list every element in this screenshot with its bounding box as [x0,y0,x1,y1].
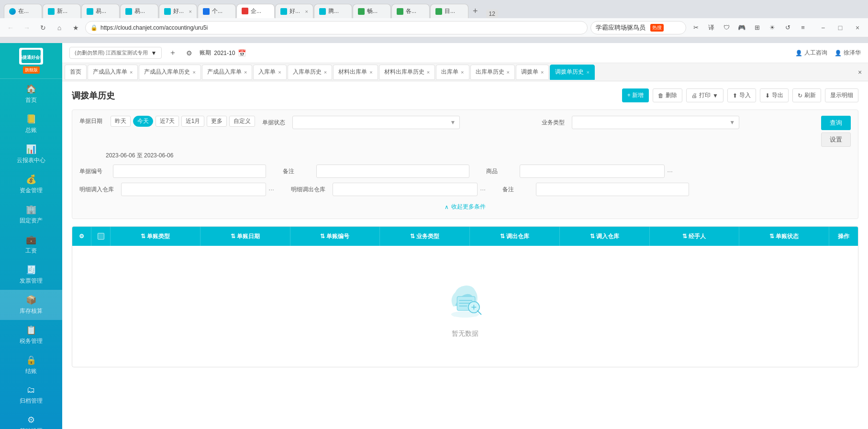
close-tab-7[interactable]: × [427,69,430,75]
scissor-btn[interactable]: ✂ [689,21,702,34]
close-tab-9[interactable]: × [507,69,510,75]
th-number-col[interactable]: ⇅ 单账编号 [290,227,380,246]
th-status-col[interactable]: ⇅ 单账状态 [739,227,829,246]
browser-tab-3[interactable]: 易... [81,4,120,18]
number-input[interactable] [113,165,266,178]
close-tab-1[interactable]: × [130,69,133,75]
tab-bar-close-icon[interactable]: × [854,66,866,78]
sidebar-item-invoice[interactable]: 🧾 发票管理 [0,260,62,290]
month-btn[interactable]: 近1月 [181,116,205,127]
delete-button[interactable]: 🗑 删除 [653,88,682,102]
out-wh-dots[interactable]: ··· [480,186,486,193]
today-btn[interactable]: 今天 [133,116,153,127]
content-tab-8[interactable]: 出库单 × [436,65,469,80]
browser-tab-5[interactable]: 好... × [159,4,197,18]
content-tab-6[interactable]: 材料出库单 × [333,65,378,80]
th-check-col[interactable] [91,227,111,246]
maximize-btn[interactable]: □ [834,21,847,34]
game-btn[interactable]: 🎮 [735,21,748,34]
sun-btn[interactable]: ☀ [766,21,779,34]
th-type-col[interactable]: ⇅ 单账类型 [111,227,200,246]
out-wh-input[interactable] [333,183,478,196]
status-select[interactable]: ▼ [292,116,460,129]
goods-dots[interactable]: ··· [667,167,673,175]
tab-close-8[interactable]: × [305,9,308,14]
sidebar-item-inventory[interactable]: 📦 库存核算 [0,290,62,320]
sidebar-item-closing[interactable]: 🔒 结账 [0,350,62,380]
close-tab-6[interactable]: × [369,69,372,75]
company-settings-icon[interactable]: ⚙ [184,49,195,57]
remark-input[interactable] [316,165,469,178]
close-tab-11[interactable]: × [586,69,589,75]
company-selector[interactable]: (勿删勿禁用) 江西服宝测试专用 ▼ [69,47,162,59]
home-button[interactable]: ⌂ [53,21,66,34]
content-tab-3[interactable]: 产成品入库单 × [202,65,252,80]
settings-button[interactable]: 设置 [821,132,851,147]
browser-tab-4[interactable]: 易... [120,4,158,18]
note-input[interactable] [536,183,689,196]
sidebar-item-tax[interactable]: 📋 税务管理 [0,320,62,350]
shield-btn[interactable]: 🛡 [720,21,733,34]
reload-button[interactable]: ↻ [36,21,50,34]
sidebar-item-home[interactable]: 🏠 首页 [0,79,62,109]
grid-btn[interactable]: ⊞ [750,21,764,34]
new-button[interactable]: + 新增 [622,88,649,102]
th-biz-col[interactable]: ⇅ 业务类型 [380,227,470,246]
browser-tab-10[interactable]: 畅... [353,4,391,18]
custom-btn[interactable]: 自定义 [229,116,255,127]
calendar-icon[interactable]: 📅 [238,49,246,57]
content-tab-4[interactable]: 入库单 × [253,65,286,80]
query-button[interactable]: 查询 [821,116,851,130]
close-tab-5[interactable]: × [324,69,327,75]
content-tab-5[interactable]: 入库单历史 × [288,65,332,80]
content-tab-11[interactable]: 调拨单历史 × [550,65,594,80]
browser-tab-1[interactable]: 在... [4,4,42,18]
th-date-col[interactable]: ⇅ 单账日期 [200,227,290,246]
week-btn[interactable]: 近7天 [156,116,179,127]
service-action[interactable]: 👤 人工咨询 [795,49,827,57]
export-button[interactable]: ⬇ 导出 [760,88,789,102]
content-tab-7[interactable]: 材料出库单历史 × [379,65,435,80]
browser-tab-7[interactable]: 企... [236,4,275,18]
th-in-wh-col[interactable]: ⇅ 调入仓库 [560,227,650,246]
close-tab-2[interactable]: × [192,69,195,75]
search-bar[interactable]: 学霸应聘场驱鸟员 热搜 [590,21,686,34]
more-btn[interactable]: 更多 [207,116,227,127]
minimize-btn[interactable]: − [816,21,830,34]
content-tab-10[interactable]: 调拨单 × [516,65,549,80]
content-tab-1[interactable]: 产成品入库单 × [88,65,138,80]
yesterday-btn[interactable]: 昨天 [111,116,131,127]
menu-btn[interactable]: ≡ [796,21,810,34]
close-tab-10[interactable]: × [541,69,544,75]
back-button[interactable]: ← [4,21,17,34]
bookmark-button[interactable]: ★ [69,21,82,34]
undo-btn[interactable]: ↺ [781,21,794,34]
tab-close-5[interactable]: × [189,9,192,14]
th-gear-col[interactable]: ⚙ [72,227,91,246]
print-button[interactable]: 🖨 打印 ▼ [686,88,723,102]
browser-tab-9[interactable]: 腾... [314,4,352,18]
address-bar[interactable]: 🔒 https://cloud.chanjet.com/accounting/u… [85,21,588,34]
close-tab-3[interactable]: × [244,69,247,75]
close-btn[interactable]: × [851,21,864,34]
add-company-icon[interactable]: ＋ [167,48,179,58]
browser-tab-12[interactable]: 目... [430,4,468,18]
forward-button[interactable]: → [20,21,33,34]
refresh-button[interactable]: ↻ 刷新 [792,88,821,102]
goods-input[interactable] [520,165,665,178]
sidebar-item-reports[interactable]: 📊 云报表中心 [0,139,62,169]
biz-type-select[interactable]: ▼ [572,116,739,129]
th-out-wh-col[interactable]: ⇅ 调出仓库 [470,227,560,246]
browser-tab-6[interactable]: 个... [198,4,236,18]
content-tab-9[interactable]: 出库单历史 × [470,65,515,80]
close-tab-8[interactable]: × [461,69,464,75]
sidebar-item-wages[interactable]: 💼 工资 [0,230,62,260]
select-all-checkbox[interactable] [98,233,104,240]
content-tab-2[interactable]: 产成品入库单历史 × [139,65,200,80]
browser-tab-8[interactable]: 好... × [275,4,313,18]
translate-btn[interactable]: 译 [704,21,718,34]
sidebar-item-assets[interactable]: 🏢 固定资产 [0,199,62,230]
sidebar-item-ledger[interactable]: 📒 总账 [0,109,62,139]
display-button[interactable]: 显示明细 [825,88,858,102]
user-action[interactable]: 👤 徐泽华 [835,49,861,57]
